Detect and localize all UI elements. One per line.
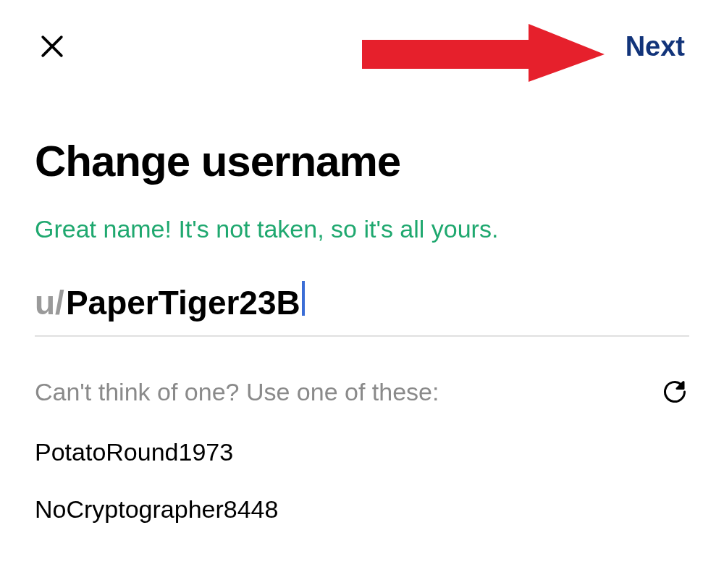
text-cursor — [302, 281, 305, 316]
suggestions-list: PotatoRound1973 NoCryptographer8448 — [35, 438, 689, 524]
suggestion-item[interactable]: PotatoRound1973 — [35, 438, 689, 466]
status-message: Great name! It's not taken, so it's all … — [35, 215, 689, 243]
close-icon — [36, 30, 68, 62]
username-prefix: u/ — [35, 283, 64, 322]
close-button[interactable] — [35, 29, 70, 64]
page-title: Change username — [35, 136, 689, 186]
username-value: PaperTiger23B — [66, 283, 300, 322]
suggestion-item[interactable]: NoCryptographer8448 — [35, 495, 689, 524]
suggestions-label: Can't think of one? Use one of these: — [35, 378, 439, 406]
refresh-suggestions-button[interactable] — [660, 377, 689, 406]
refresh-icon — [662, 379, 688, 405]
next-button[interactable]: Next — [626, 31, 689, 62]
username-input[interactable]: u/ PaperTiger23B — [35, 280, 689, 337]
